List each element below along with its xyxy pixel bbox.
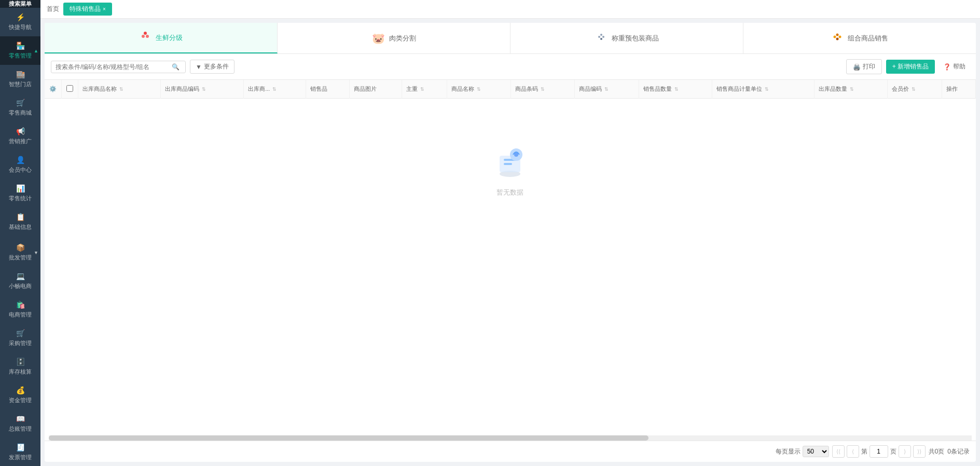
sidebar-item-label: 发票管理 (9, 454, 32, 461)
svg-point-5 (602, 36, 604, 38)
sidebar-item-label: 快捷导航 (9, 23, 32, 31)
svg-point-3 (598, 36, 600, 38)
home-link[interactable]: 首页 (47, 5, 59, 13)
basic-info-icon: 📋 (16, 213, 25, 221)
svg-point-2 (144, 32, 147, 35)
sidebar-logo[interactable]: 搜索菜单 (0, 0, 40, 8)
tab-weight-pkg[interactable]: 称重预包装商品 (510, 23, 743, 53)
out-name-header: 出库商品名称 ⇅ (78, 80, 161, 99)
member-price-header: 会员价 ⇅ (888, 80, 942, 99)
sidebar-item-label: 总账管理 (9, 425, 32, 433)
image-header: 商品图片 (349, 80, 402, 99)
first-page-button[interactable]: ⟨⟨ (832, 445, 845, 458)
sort-icon[interactable]: ⇅ (541, 87, 545, 92)
tab-close-button[interactable]: × (103, 6, 106, 12)
sidebar-item-label: 采购管理 (9, 339, 32, 347)
sort-icon[interactable]: ⇅ (604, 87, 609, 92)
svg-point-7 (834, 36, 836, 38)
filter-button[interactable]: ▼ 更多条件 (190, 60, 234, 74)
print-button[interactable]: 🖨️ 打印 (846, 59, 882, 74)
svg-rect-14 (504, 163, 512, 165)
sidebar-item-retail-mall[interactable]: 🛒 零售商城 (0, 93, 40, 122)
help-button[interactable]: ❓ 帮助 (939, 60, 970, 74)
sidebar-item-finance[interactable]: 💰 资金管理 (0, 381, 40, 409)
add-sale-button[interactable]: + 新增销售品 (886, 60, 935, 74)
sidebar-item-label: 智慧门店 (9, 80, 32, 88)
sidebar-item-smart-store[interactable]: 🏬 智慧门店 (0, 65, 40, 93)
sidebar-item-ecom-mgmt[interactable]: 🛍️ 电商管理 (0, 295, 40, 324)
out-code-header: 出库商品编码 ⇅ (161, 80, 244, 99)
active-tab[interactable]: 特殊销售品 × (63, 3, 112, 16)
page-size-select[interactable]: 10 20 50 100 (803, 446, 829, 457)
content-card: 生鲜分级 🐷 肉类分割 称重预包装商品 (45, 23, 976, 462)
settings-column-header[interactable]: ⚙️ (45, 80, 61, 99)
member-center-icon: 👤 (16, 156, 25, 164)
sidebar-item-label: 营销推广 (9, 138, 32, 145)
sidebar-item-inventory[interactable]: 🗄️ 库存核算 (0, 352, 40, 381)
sidebar-item-invoice-mgmt[interactable]: 🧾 发票管理 (0, 438, 40, 466)
empty-state-icon (489, 140, 531, 182)
sort-icon[interactable]: ⇅ (912, 87, 916, 92)
table-wrap: ⚙️ 出库商品名称 ⇅ 出库商品编码 ⇅ (45, 80, 976, 435)
sort-icon[interactable]: ⇅ (420, 87, 424, 92)
horizontal-scrollbar[interactable] (49, 435, 972, 441)
sidebar-item-quick-nav[interactable]: ⚡ 快捷导航 (0, 8, 40, 36)
sidebar-item-retail-stats[interactable]: 📊 零售统计 (0, 179, 40, 208)
weight-header: 主重 ⇅ (402, 80, 447, 99)
meat-cut-icon: 🐷 (372, 32, 385, 45)
sort-icon[interactable]: ⇅ (272, 87, 277, 92)
page-input-wrap: 第 1 页 (861, 445, 896, 458)
svg-point-10 (836, 38, 839, 40)
checkbox-column-header[interactable] (61, 80, 78, 99)
sort-icon[interactable]: ⇅ (119, 87, 123, 92)
sidebar-item-label: 库存核算 (9, 368, 32, 376)
pagination: 每页显示 10 20 50 100 ⟨⟨ ⟨ 第 1 页 ⟩ ⟩⟩ 共 (45, 441, 976, 462)
sort-icon[interactable]: ⇅ (765, 87, 769, 92)
sidebar-item-label: 会员中心 (9, 166, 32, 174)
sidebar-item-basic-info[interactable]: 📋 基础信息 (0, 208, 40, 236)
select-all-checkbox[interactable] (66, 85, 73, 92)
sidebar-item-label: 小畅电商 (9, 282, 32, 290)
next-page-button[interactable]: ⟩ (899, 445, 911, 458)
scrollbar-thumb[interactable] (49, 435, 648, 441)
barcode-header: 商品条码 ⇅ (511, 80, 575, 99)
sort-icon[interactable]: ⇅ (850, 87, 854, 92)
page-size-selector[interactable]: 每页显示 10 20 50 100 (776, 446, 829, 457)
retail-mall-icon: 🛒 (16, 99, 25, 107)
sidebar-item-sales-promo[interactable]: 📢 营销推广 (0, 122, 40, 150)
operation-header: 操作 (942, 80, 976, 99)
column-settings-icon[interactable]: ⚙️ (49, 86, 57, 92)
sidebar-item-purchase-mgmt[interactable]: 🛒 采购管理 (0, 324, 40, 352)
prev-page-button[interactable]: ⟨ (847, 445, 859, 458)
tab-meat-cut[interactable]: 🐷 肉类分割 (278, 23, 510, 53)
tab-combo-sales[interactable]: 组合商品销售 (743, 23, 976, 53)
data-table: ⚙️ 出库商品名称 ⇅ 出库商品编码 ⇅ (45, 80, 976, 239)
search-wrap[interactable]: 🔍 (51, 61, 186, 73)
sidebar-item-wholesale-mgmt[interactable]: 📦 批发管理 ▼ (0, 238, 40, 267)
sale-qty-header: 销售品数量 ⇅ (639, 80, 712, 99)
total-pages: 共0页 (929, 447, 945, 456)
invoice-mgmt-icon: 🧾 (16, 443, 25, 451)
page-number-input[interactable]: 1 (869, 445, 888, 458)
sidebar-item-retail-mgmt[interactable]: 🏪 零售管理 ▲ (0, 36, 40, 65)
last-page-button[interactable]: ⟩⟩ (913, 445, 926, 458)
sidebar-item-general-ledger[interactable]: 📖 总账管理 (0, 409, 40, 438)
ecom-mgmt-icon: 🛍️ (16, 300, 25, 309)
sort-icon[interactable]: ⇅ (477, 87, 481, 92)
page-unit: 页 (890, 447, 896, 456)
mini-ecom-icon: 💻 (16, 272, 25, 280)
main-content: 首页 特殊销售品 × 生鲜分级 🐷 肉类分割 (40, 0, 980, 466)
sidebar-item-member-center[interactable]: 👤 会员中心 (0, 150, 40, 179)
page-size-label: 每页显示 (776, 447, 800, 456)
search-input[interactable] (56, 63, 170, 71)
sidebar-item-label: 基础信息 (9, 223, 32, 231)
purchase-mgmt-icon: 🛒 (16, 329, 25, 337)
search-icon[interactable]: 🔍 (172, 63, 180, 71)
quick-nav-icon: ⚡ (16, 13, 25, 21)
sort-icon[interactable]: ⇅ (202, 87, 206, 92)
sort-icon[interactable]: ⇅ (674, 87, 679, 92)
chevron-down-icon: ▼ (34, 250, 38, 255)
sidebar-item-mini-ecom[interactable]: 💻 小畅电商 (0, 267, 40, 295)
svg-point-4 (600, 34, 602, 36)
tab-fresh-grade[interactable]: 生鲜分级 (45, 23, 278, 53)
